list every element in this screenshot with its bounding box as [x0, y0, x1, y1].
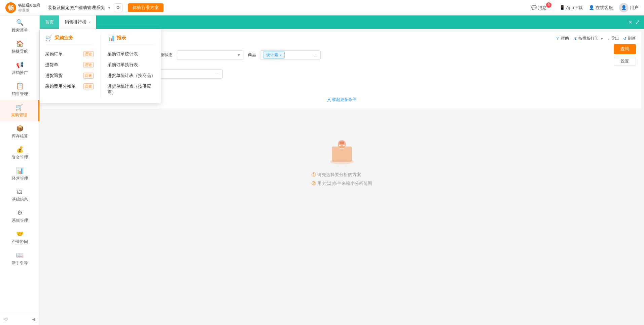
purchase-icon: 🛒 — [15, 104, 23, 111]
sidebar-item-search[interactable]: 🔍 搜索菜单 — [0, 15, 39, 37]
refresh-btn[interactable]: ↺ 刷新 — [623, 36, 636, 41]
finance-icon: 💰 — [16, 146, 24, 153]
sidebar-label-finance: 资金管理 — [12, 155, 28, 160]
sidebar-item-operations[interactable]: 📊 经营管理 — [0, 164, 39, 185]
sidebar-item-marketing[interactable]: 📢 营销推广 — [0, 58, 39, 79]
dropdown-item-purchase-receive[interactable]: 进货单 历史 — [45, 59, 94, 70]
dropdown-item-order-exec[interactable]: 采购订单执行表 — [107, 59, 156, 70]
collapse-text: 收起更多条件 — [332, 97, 356, 103]
enterprise-icon: 🤝 — [16, 230, 24, 238]
sidebar-label-enterprise: 企业协同 — [12, 239, 28, 245]
guide-icon: 📖 — [16, 251, 24, 259]
goods-dots[interactable]: ... — [314, 53, 318, 57]
voucher-status-select[interactable]: ▼ — [177, 50, 244, 60]
refresh-icon: ↺ — [623, 36, 627, 41]
sidebar-label-quick: 快捷导航 — [12, 49, 28, 54]
salesman-dots[interactable]: ... — [216, 72, 220, 76]
system-icon: ⚙ — [17, 209, 23, 216]
dropdown-item-receive-stat-supplier[interactable]: 进货单统计表（按供应商） — [107, 81, 156, 98]
svg-rect-2 — [333, 148, 350, 160]
tabbar-actions: × ⤢ — [624, 18, 644, 26]
sidebar-item-inventory[interactable]: 📦 库存核算 — [0, 121, 39, 143]
goods-select[interactable]: 设计素 × ... — [260, 50, 321, 60]
msg-btn[interactable]: 💬 消息 9 — [531, 5, 553, 11]
sidebar-settings-icon[interactable]: ⚙ — [4, 317, 8, 322]
empty-hint1: ① 请先选择要分析的方案 — [312, 170, 372, 179]
basic-icon: 🗂 — [17, 188, 23, 195]
dropdown-item-purchase-return[interactable]: 进货退货 历史 — [45, 70, 94, 81]
goods-tag-area: 设计素 × — [263, 51, 285, 59]
tab-close-icon[interactable]: × — [88, 20, 91, 24]
num2: ② — [312, 181, 316, 186]
print-icon: 🖨 — [573, 36, 577, 41]
sidebar-label-basic: 基础信息 — [12, 197, 28, 202]
service-btn[interactable]: 👤 在线客服 — [589, 5, 613, 11]
sidebar-label-marketing: 营销推广 — [12, 70, 28, 76]
tabbar: 首页 销售排行榜 × × ⤢ — [40, 15, 644, 29]
industry-btn[interactable]: 体验行业方案 — [128, 3, 164, 12]
sidebar-label-guide: 新手引导 — [12, 260, 28, 266]
tab-fullscreen-icon[interactable]: ⤢ — [635, 18, 640, 26]
empty-text: ① 请先选择要分析的方案 ② 用[过滤]条件来缩小分析范围 — [312, 170, 372, 188]
export-icon: ↓ — [608, 36, 610, 41]
sidebar-item-quick[interactable]: 🏠 快捷导航 — [0, 37, 39, 58]
sidebar-collapse-icon[interactable]: ◀ — [32, 317, 35, 322]
sidebar-bottom: ⚙ ◀ — [0, 313, 39, 325]
salesman-select[interactable]: ... — [155, 69, 223, 79]
sidebar-item-sales[interactable]: 📋 销售管理 — [0, 79, 39, 100]
tab-sales-ranking[interactable]: 销售排行榜 × — [59, 15, 96, 29]
system-name-area: 装备及固定资产辅助管理系统 ▼ ⚙ 体验行业方案 — [48, 3, 531, 12]
purchase-col: 🛒 采购业务 采购订单 历史 进货单 历史 进货退货 历史 采购费用分摊单 历史 — [45, 34, 94, 98]
sidebar-label-system: 系统管理 — [12, 218, 28, 224]
app-btn[interactable]: 📱 App下载 — [560, 5, 583, 11]
logo-text: 畅捷通好生意 标准版 — [18, 3, 40, 12]
system-dropdown-arrow[interactable]: ▼ — [107, 6, 111, 10]
svg-point-5 — [339, 145, 341, 146]
logo-icon: 畅 — [5, 2, 16, 13]
sidebar-item-enterprise[interactable]: 🤝 企业协同 — [0, 227, 39, 248]
marketing-icon: 📢 — [16, 61, 24, 69]
query-button[interactable]: 查询 — [614, 44, 636, 54]
tab-close-all-icon[interactable]: × — [629, 19, 632, 26]
sidebar-item-purchase[interactable]: 🛒 采购管理 — [0, 100, 39, 121]
search-icon: 🔍 — [16, 19, 24, 26]
select-arrow: ▼ — [237, 53, 241, 57]
num1: ① — [312, 172, 316, 177]
collapse-icon: ⋀ — [327, 97, 331, 102]
tab-home[interactable]: 首页 — [40, 15, 59, 29]
setting-button[interactable]: 设置 — [614, 57, 636, 66]
sidebar-item-guide[interactable]: 📖 新手引导 — [0, 248, 39, 269]
system-name: 装备及固定资产辅助管理系统 — [48, 5, 105, 11]
goods-tag-remove[interactable]: × — [280, 53, 282, 57]
goods-tag: 设计素 × — [263, 51, 285, 59]
sidebar-item-basic[interactable]: 🗂 基础信息 — [0, 185, 39, 206]
report-col: 📊 报表 采购订单统计表 采购订单执行表 进货单统计表（按商品） 进货单统计表（… — [107, 34, 156, 98]
sidebar-item-system[interactable]: ⚙ 系统管理 — [0, 206, 39, 227]
sidebar-label-purchase: 采购管理 — [11, 112, 27, 118]
tab-sales-ranking-label: 销售排行榜 — [65, 19, 86, 25]
app-icon: 📱 — [560, 5, 565, 10]
sidebar-label-search: 搜索菜单 — [12, 28, 28, 33]
topbar-right: 💬 消息 9 📱 App下载 👤 在线客服 👤 用户 — [531, 3, 639, 12]
goods-label: 商品 — [248, 52, 256, 58]
dropdown-item-order-stat[interactable]: 采购订单统计表 — [107, 49, 156, 59]
export-btn[interactable]: ↓ 导出 — [608, 36, 619, 41]
dropdown-item-purchase-order[interactable]: 采购订单 历史 — [45, 49, 94, 59]
inventory-icon: 📦 — [16, 125, 24, 132]
dropdown-item-purchase-expense[interactable]: 采购费用分摊单 历史 — [45, 81, 94, 92]
user-btn[interactable]: 👤 用户 — [619, 3, 639, 12]
purchase-col-title: 🛒 采购业务 — [45, 34, 94, 45]
history-badge-1: 历史 — [83, 62, 94, 68]
history-badge-0: 历史 — [83, 51, 94, 57]
msg-badge: 9 — [546, 2, 551, 8]
sidebar-item-finance[interactable]: 💰 资金管理 — [0, 143, 39, 164]
svg-rect-4 — [339, 141, 344, 144]
dropdown-item-receive-stat-goods[interactable]: 进货单统计表（按商品） — [107, 70, 156, 81]
help-btn[interactable]: ？ 帮助 — [556, 36, 569, 41]
topbar: 畅 畅捷通好生意 标准版 装备及固定资产辅助管理系统 ▼ ⚙ 体验行业方案 💬 … — [0, 0, 644, 15]
gear-button[interactable]: ⚙ — [114, 3, 122, 12]
sidebar-label-operations: 经营管理 — [12, 176, 28, 181]
operations-icon: 📊 — [16, 167, 24, 174]
print-btn[interactable]: 🖨 按模板打印 ▼ — [573, 36, 604, 41]
print-arrow[interactable]: ▼ — [600, 37, 604, 41]
